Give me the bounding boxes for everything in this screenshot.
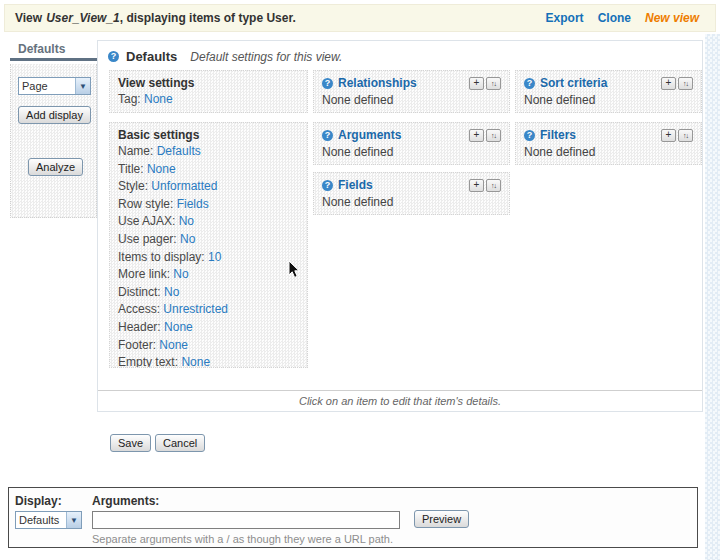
- setting-label: More link:: [118, 267, 170, 281]
- setting-row: Items to display: 10: [118, 250, 299, 266]
- display-controls-sidebar: Page ▼ Add display Analyze: [10, 64, 97, 218]
- rearrange-relationships-button[interactable]: ↑↓: [486, 77, 501, 90]
- setting-row: Access: Unrestricted: [118, 302, 299, 318]
- views-edit-panel: ? Defaults Default settings for this vie…: [97, 40, 703, 412]
- fields-empty-text: None defined: [322, 195, 501, 209]
- setting-row: Title: None: [118, 162, 299, 178]
- view-status-bar: ViewUser_View_1, displaying items of typ…: [4, 4, 716, 32]
- setting-row: Distinct: No: [118, 285, 299, 301]
- setting-label: Use AJAX:: [118, 214, 175, 228]
- setting-value-link[interactable]: Unformatted: [151, 179, 217, 193]
- basic-settings-box: Basic settings Name: Defaults Title: Non…: [109, 122, 308, 368]
- new-view-link[interactable]: New view: [645, 11, 699, 25]
- help-icon[interactable]: ?: [524, 78, 535, 89]
- basic-settings-title: Basic settings: [118, 128, 299, 142]
- panel-heading-note: Default settings for this view.: [190, 50, 342, 64]
- chevron-down-icon: ▼: [66, 512, 81, 528]
- add-argument-button[interactable]: +: [469, 129, 484, 142]
- arguments-help-text: Separate arguments with a / as though th…: [92, 533, 393, 545]
- setting-value-link[interactable]: 10: [208, 250, 221, 264]
- setting-row: Name: Defaults: [118, 144, 299, 160]
- rearrange-arguments-button[interactable]: ↑↓: [486, 129, 501, 142]
- setting-label: Row style:: [118, 197, 173, 211]
- setting-row: Use pager: No: [118, 232, 299, 248]
- setting-label: Name:: [118, 144, 153, 158]
- rearrange-sorts-button[interactable]: ↑↓: [678, 77, 693, 90]
- sort-criteria-link[interactable]: Sort criteria: [540, 76, 607, 90]
- tag-label: Tag:: [118, 92, 141, 106]
- tag-value-link[interactable]: None: [144, 92, 173, 106]
- view-settings-title: View settings: [118, 76, 299, 90]
- display-type-select[interactable]: Page ▼: [18, 77, 91, 95]
- help-icon[interactable]: ?: [108, 51, 119, 62]
- setting-row: Empty text: None: [118, 355, 299, 368]
- preview-display-select-value: Defaults: [16, 514, 66, 526]
- view-title-prefix: View: [15, 11, 42, 25]
- preview-display-select[interactable]: Defaults ▼: [15, 511, 82, 529]
- save-button[interactable]: Save: [110, 434, 151, 452]
- cancel-button[interactable]: Cancel: [155, 434, 205, 452]
- display-type-select-value: Page: [19, 80, 75, 92]
- arguments-box: ? Arguments + ↑↓ None defined: [313, 122, 510, 165]
- setting-label: Distinct:: [118, 285, 161, 299]
- preview-button[interactable]: Preview: [414, 510, 469, 528]
- fields-box: ? Fields + ↑↓ None defined: [313, 172, 510, 215]
- help-icon[interactable]: ?: [322, 130, 333, 141]
- setting-value-link[interactable]: None: [147, 162, 176, 176]
- help-icon[interactable]: ?: [322, 78, 333, 89]
- preview-panel: Display: Defaults ▼ Arguments: Preview S…: [8, 487, 698, 548]
- setting-label: Use pager:: [118, 232, 177, 246]
- help-icon[interactable]: ?: [524, 130, 535, 141]
- setting-label: Style:: [118, 179, 148, 193]
- setting-row: More link: No: [118, 267, 299, 283]
- setting-value-link[interactable]: Unrestricted: [163, 302, 228, 316]
- analyze-button[interactable]: Analyze: [28, 158, 83, 176]
- add-relationship-button[interactable]: +: [469, 77, 484, 90]
- add-display-button[interactable]: Add display: [18, 106, 91, 124]
- setting-value-link[interactable]: No: [180, 232, 195, 246]
- setting-value-link[interactable]: None: [159, 338, 188, 352]
- view-settings-box: View settings Tag: None: [109, 70, 308, 113]
- setting-row: Footer: None: [118, 338, 299, 354]
- rearrange-fields-button[interactable]: ↑↓: [486, 179, 501, 192]
- tab-defaults[interactable]: Defaults: [10, 40, 97, 61]
- setting-value-link[interactable]: No: [179, 214, 194, 228]
- filters-empty-text: None defined: [524, 145, 693, 159]
- setting-value-link[interactable]: No: [173, 267, 188, 281]
- relationships-box: ? Relationships + ↑↓ None defined: [313, 70, 510, 113]
- setting-value-link[interactable]: None: [164, 320, 193, 334]
- setting-value-link[interactable]: No: [164, 285, 179, 299]
- arguments-link[interactable]: Arguments: [338, 128, 401, 142]
- clone-link[interactable]: Clone: [598, 11, 631, 25]
- chevron-down-icon: ▼: [75, 78, 90, 94]
- setting-value-link[interactable]: None: [181, 355, 210, 368]
- setting-value-link[interactable]: Defaults: [157, 144, 201, 158]
- export-link[interactable]: Export: [546, 11, 584, 25]
- display-label: Display:: [15, 494, 62, 508]
- setting-label: Access:: [118, 302, 160, 316]
- add-sort-button[interactable]: +: [661, 77, 676, 90]
- arguments-label: Arguments:: [92, 494, 159, 508]
- add-field-button[interactable]: +: [469, 179, 484, 192]
- setting-label: Footer:: [118, 338, 156, 352]
- relationships-link[interactable]: Relationships: [338, 76, 417, 90]
- arguments-input[interactable]: [92, 511, 400, 529]
- setting-label: Title:: [118, 162, 144, 176]
- help-icon[interactable]: ?: [322, 180, 333, 191]
- filters-link[interactable]: Filters: [540, 128, 576, 142]
- arguments-empty-text: None defined: [322, 145, 501, 159]
- rearrange-filters-button[interactable]: ↑↓: [678, 129, 693, 142]
- theme-background-pattern: [705, 34, 720, 560]
- panel-heading: Defaults: [126, 49, 177, 64]
- panel-header: ? Defaults Default settings for this vie…: [98, 41, 702, 64]
- add-filter-button[interactable]: +: [661, 129, 676, 142]
- setting-label: Items to display:: [118, 250, 205, 264]
- setting-label: Empty text:: [118, 355, 178, 368]
- setting-row: Header: None: [118, 320, 299, 336]
- setting-value-link[interactable]: Fields: [177, 197, 209, 211]
- view-name: User_View_1: [46, 11, 120, 25]
- topbar-links: Export Clone New view: [546, 11, 699, 25]
- fields-link[interactable]: Fields: [338, 178, 373, 192]
- view-title-suffix: , displaying items of type User.: [120, 11, 296, 25]
- setting-row: Row style: Fields: [118, 197, 299, 213]
